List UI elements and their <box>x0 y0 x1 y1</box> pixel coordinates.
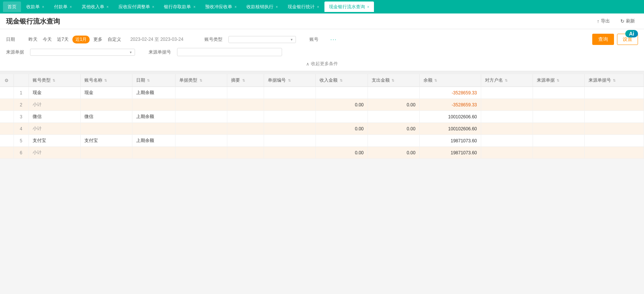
nav-liushui-label: 现金银行流水查询 <box>329 4 365 10</box>
row-index: 3 <box>14 111 29 123</box>
row-index: 1 <box>14 87 29 99</box>
row-doc-no <box>264 111 316 123</box>
date-custom[interactable]: 自定义 <box>106 36 123 43</box>
date-yesterday[interactable]: 昨天 <box>27 36 39 43</box>
row-source-doc-no <box>584 111 644 123</box>
col-date-header[interactable]: 日期 ⇅ <box>132 74 176 87</box>
source-doc-label: 来源单据 <box>6 49 24 55</box>
col-summary-header[interactable]: 摘要 ⇅ <box>227 74 264 87</box>
col-doc-type-header[interactable]: 单据类型 ⇅ <box>176 74 227 87</box>
source-doc-select[interactable]: ▾ <box>30 49 135 56</box>
nav-hexiao-close[interactable]: × <box>276 5 278 9</box>
sort-icon-source-doc-no: ⇅ <box>613 79 616 82</box>
row-doc-type <box>176 111 227 123</box>
nav-yinhang-label: 银行存取款单 <box>164 4 191 10</box>
row-summary <box>227 111 264 123</box>
nav-liushui-close[interactable]: × <box>367 5 369 9</box>
col-source-doc-header[interactable]: 来源单据 ⇅ <box>533 74 584 87</box>
col-counterpart-label: 对方户名 <box>485 78 503 83</box>
filter-row-2: 来源单据 ▾ 来源单据号 <box>6 48 638 56</box>
row-source-doc-no <box>584 123 644 135</box>
row-doc-no <box>264 147 316 159</box>
nav-qitashouru[interactable]: 其他收入单 × <box>77 1 113 12</box>
col-balance-header[interactable]: 余额 ⇅ <box>419 74 481 87</box>
col-doc-no-header[interactable]: 单据编号 ⇅ <box>264 74 316 87</box>
date-more[interactable]: 更多 <box>92 36 104 43</box>
page-title: 现金银行流水查询 <box>6 17 60 26</box>
row-index: 6 <box>14 147 29 159</box>
row-doc-no <box>264 135 316 147</box>
nav-home-label: 首页 <box>8 4 17 10</box>
row-date <box>132 99 176 111</box>
query-button[interactable]: 查询 <box>592 34 614 45</box>
row-income: 0.00 <box>316 99 368 111</box>
date-today[interactable]: 今天 <box>41 36 53 43</box>
source-doc-num-input[interactable] <box>177 48 282 56</box>
sort-icon-balance: ⇅ <box>434 79 437 82</box>
row-balance: -3528659.33 <box>419 87 481 99</box>
settings-gear-icon[interactable]: ⚙ <box>5 78 9 83</box>
nav-shoukuan-close[interactable]: × <box>42 5 44 9</box>
row-balance: 100102606.60 <box>419 123 481 135</box>
col-income-header[interactable]: 收入金额 ⇅ <box>316 74 368 87</box>
nav-hexiao-label: 收款核销执行 <box>246 4 273 10</box>
nav-yinhang[interactable]: 银行存取款单 × <box>159 1 200 12</box>
col-account-name-header[interactable]: 账号名称 ⇅ <box>80 74 132 87</box>
col-source-doc-no-label: 来源单据号 <box>588 78 611 83</box>
row-summary <box>227 123 264 135</box>
row-counterpart <box>481 99 533 111</box>
account-dots[interactable]: ··· <box>330 36 337 42</box>
col-summary-label: 摘要 <box>231 78 240 83</box>
nav-shoukuan[interactable]: 收款单 × <box>22 1 49 12</box>
page-header: 现金银行流水查询 ↑ 导出 ↻ 刷新 Ai <box>0 13 644 29</box>
row-doc-type <box>176 123 227 135</box>
date-label: 日期 <box>6 36 21 43</box>
chevron-down-icon: ▾ <box>291 37 293 42</box>
row-account-name: 微信 <box>80 111 132 123</box>
row-income <box>316 111 368 123</box>
nav-tiaozheng-label: 应收应付调整单 <box>119 4 150 10</box>
row-counterpart <box>481 123 533 135</box>
export-label: 导出 <box>601 18 610 24</box>
nav-tongji-close[interactable]: × <box>317 5 319 9</box>
table-row: 2 小计 0.00 0.00 -3528659.33 <box>0 99 644 111</box>
row-balance: 19871073.60 <box>419 147 481 159</box>
date-last1month[interactable]: 近1月 <box>72 36 90 43</box>
col-counterpart-header[interactable]: 对方户名 ⇅ <box>481 74 533 87</box>
collapse-bar[interactable]: ∧ 收起更多条件 <box>6 59 638 68</box>
nav-fukuan-close[interactable]: × <box>70 5 72 9</box>
nav-hexiao[interactable]: 收款核销执行 × <box>242 1 282 12</box>
row-date <box>132 123 176 135</box>
row-account-name <box>80 99 132 111</box>
nav-yushoucong-label: 预收冲应收单 <box>205 4 232 10</box>
refresh-label: 刷新 <box>626 18 635 24</box>
col-source-doc-no-header[interactable]: 来源单据号 ⇅ <box>584 74 644 87</box>
sort-icon-date: ⇅ <box>147 79 150 82</box>
row-gear-cell <box>0 87 14 99</box>
sort-icon-source-doc: ⇅ <box>557 79 560 82</box>
table-row: 6 小计 0.00 0.00 19871073.60 <box>0 147 644 159</box>
col-account-type-header[interactable]: 账号类型 ⇅ <box>29 74 80 87</box>
nav-tongji[interactable]: 现金银行统计 × <box>283 1 324 12</box>
nav-tiaozheng[interactable]: 应收应付调整单 × <box>114 1 159 12</box>
col-account-name-label: 账号名称 <box>84 78 102 83</box>
nav-yinhang-close[interactable]: × <box>193 5 195 9</box>
row-account-type: 支付宝 <box>29 135 80 147</box>
account-type-label: 账号类型 <box>204 36 222 43</box>
col-expense-header[interactable]: 支出金额 ⇅ <box>368 74 419 87</box>
section-divider <box>0 71 644 74</box>
sort-icon-counterpart: ⇅ <box>505 79 508 82</box>
ai-badge[interactable]: Ai <box>625 30 638 37</box>
nav-yushoucong[interactable]: 预收冲应收单 × <box>201 1 241 12</box>
nav-yushoucong-close[interactable]: × <box>234 5 237 9</box>
account-type-select[interactable]: ▾ <box>228 36 296 43</box>
nav-home[interactable]: 首页 <box>3 1 21 12</box>
refresh-button[interactable]: ↻ 刷新 <box>617 16 638 26</box>
nav-qitashouru-close[interactable]: × <box>107 5 109 9</box>
export-button[interactable]: ↑ 导出 <box>594 16 613 26</box>
nav-fukuan[interactable]: 付款单 × <box>50 1 77 12</box>
row-summary <box>227 87 264 99</box>
date-last7[interactable]: 近7天 <box>56 36 70 43</box>
nav-liushui[interactable]: 现金银行流水查询 × <box>324 1 374 12</box>
nav-tiaozheng-close[interactable]: × <box>152 5 155 9</box>
